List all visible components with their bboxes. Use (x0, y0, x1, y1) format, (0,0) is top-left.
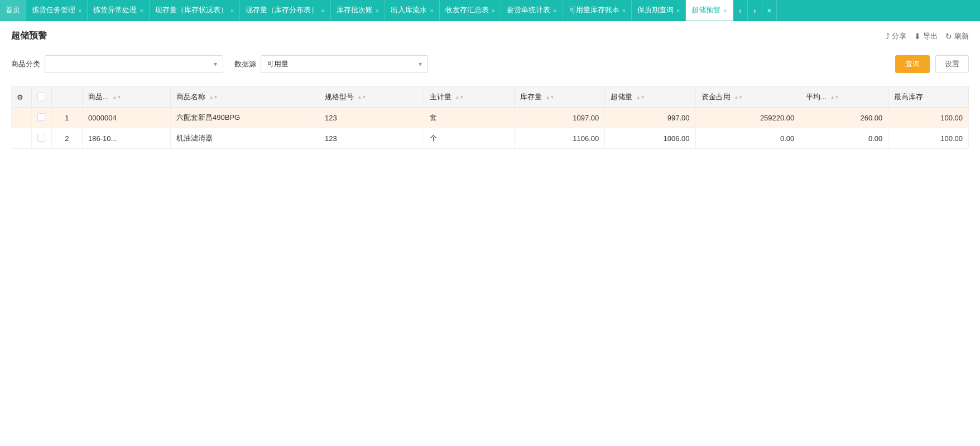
refresh-button[interactable]: ↻ 刷新 (945, 31, 969, 41)
sort-icon[interactable]: ▲▼ (455, 95, 464, 100)
share-icon: ⤴ (886, 32, 890, 41)
col-goods-name: 商品名称 ▲▼ (171, 87, 319, 108)
nav-bar: 首页 拣货任务管理 × 拣货异常处理 × 现存量（库存状况表） × 现存量（库存… (0, 0, 980, 21)
sort-icon[interactable]: ▲▼ (734, 95, 743, 100)
row-capital: 0.00 (695, 128, 800, 149)
col-capital: 资金占用 ▲▼ (695, 87, 800, 108)
category-filter-group: 商品分类 ▾ (11, 55, 223, 73)
row-spec: 123 (319, 128, 424, 149)
nav-item-batch[interactable]: 库存批次账 × (331, 0, 385, 21)
datasource-select[interactable]: 可用量 ▾ (261, 55, 428, 73)
row-avg: 0.00 (800, 128, 888, 149)
row-overstock: 1006.00 (605, 128, 695, 149)
row-number: 2 (51, 128, 83, 149)
data-table: ⚙ 商品... ▲▼ 商品名称 ▲▼ 规格型号 ▲▼ (11, 86, 969, 149)
nav-item-overstock[interactable]: 超储预警 × (686, 0, 733, 21)
row-stock: 1097.00 (515, 108, 605, 128)
nav-prev-arrow[interactable]: ‹ (733, 0, 748, 21)
row-unit: 套 (424, 108, 514, 128)
close-icon[interactable]: × (140, 7, 143, 14)
col-stock: 库存量 ▲▼ (515, 87, 605, 108)
datasource-label: 数据源 (234, 59, 256, 69)
row-checkbox[interactable] (37, 134, 45, 142)
close-icon[interactable]: × (622, 7, 626, 14)
nav-next-arrow[interactable]: › (748, 0, 762, 21)
close-icon[interactable]: × (78, 7, 81, 14)
col-checkbox (31, 87, 51, 108)
close-icon[interactable]: × (723, 7, 727, 14)
category-label: 商品分类 (11, 59, 40, 69)
row-settings (11, 128, 31, 149)
close-icon[interactable]: × (230, 7, 234, 14)
col-goods-code: 商品... ▲▼ (83, 87, 171, 108)
sort-icon[interactable]: ▲▼ (358, 95, 367, 100)
nav-close-arrow[interactable]: × (762, 0, 777, 21)
filter-row: 商品分类 ▾ 数据源 可用量 ▾ 查询 设置 (11, 50, 969, 79)
row-goods-name: 机油滤清器 (171, 128, 319, 149)
col-maxstock: 最高库存 (888, 87, 969, 108)
nav-item-avail-stock[interactable]: 可用量库存账本 × (563, 0, 632, 21)
sort-icon[interactable]: ▲▼ (113, 95, 122, 100)
header-actions: ⤴ 分享 ⬇ 导出 ↻ 刷新 (886, 31, 969, 41)
settings-button[interactable]: 设置 (935, 55, 969, 73)
row-settings (11, 108, 31, 128)
header-checkbox[interactable] (37, 93, 45, 100)
nav-item-expiry[interactable]: 保质期查询 × (632, 0, 686, 21)
nav-item-abnormal[interactable]: 拣货异常处理 × (88, 0, 149, 21)
col-rownum (51, 87, 83, 108)
table-row: 2 186-10... 机油滤清器 123 个 1106.00 1006.00 … (11, 128, 969, 149)
close-icon[interactable]: × (321, 7, 324, 14)
row-goods-code: 186-10... (83, 128, 171, 149)
export-button[interactable]: ⬇ 导出 (914, 31, 938, 41)
close-icon[interactable]: × (376, 7, 379, 14)
nav-item-recv-send[interactable]: 收发存汇总表 × (440, 0, 501, 21)
row-checkbox-cell (31, 128, 51, 149)
col-overstock: 超储量 ▲▼ (605, 87, 695, 108)
chevron-down-icon: ▾ (214, 60, 217, 68)
row-stock: 1106.00 (515, 128, 605, 149)
row-goods-code: 0000004 (83, 108, 171, 128)
row-checkbox-cell (31, 108, 51, 128)
settings-icon[interactable]: ⚙ (17, 93, 23, 101)
row-checkbox[interactable] (37, 113, 45, 121)
close-icon[interactable]: × (676, 7, 680, 14)
table-header-row: ⚙ 商品... ▲▼ 商品名称 ▲▼ 规格型号 ▲▼ (11, 87, 969, 108)
share-button[interactable]: ⤴ 分享 (886, 31, 906, 41)
nav-item-task-mgmt[interactable]: 拣货任务管理 × (26, 0, 88, 21)
page-header: 超储预警 ⤴ 分享 ⬇ 导出 ↻ 刷新 (11, 30, 969, 42)
sort-icon[interactable]: ▲▼ (636, 95, 645, 100)
refresh-icon: ↻ (945, 32, 952, 41)
nav-item-order-stat[interactable]: 要货单统计表 × (501, 0, 563, 21)
row-overstock: 997.00 (605, 108, 695, 128)
nav-item-inout-flow[interactable]: 出入库流水 × (385, 0, 439, 21)
nav-item-stock-status[interactable]: 现存量（库存状况表） × (150, 0, 240, 21)
nav-item-stock-dist[interactable]: 现存量（库存分布表） × (240, 0, 330, 21)
datasource-value: 可用量 (267, 59, 289, 69)
row-spec: 123 (319, 108, 424, 128)
row-unit: 个 (424, 128, 514, 149)
page-content: 超储预警 ⤴ 分享 ⬇ 导出 ↻ 刷新 商品分类 ▾ 数据源 (0, 21, 980, 446)
row-maxstock: 100.00 (888, 128, 969, 149)
chevron-down-icon: ▾ (419, 60, 422, 68)
sort-icon[interactable]: ▲▼ (830, 95, 839, 100)
row-maxstock: 100.00 (888, 108, 969, 128)
col-spec: 规格型号 ▲▼ (319, 87, 424, 108)
col-settings: ⚙ (11, 87, 31, 108)
table-row: 1 0000004 六配套新昌490BPG 123 套 1097.00 997.… (11, 108, 969, 128)
page-title: 超储预警 (11, 30, 47, 42)
row-number: 1 (51, 108, 83, 128)
col-unit: 主计量 ▲▼ (424, 87, 514, 108)
query-button[interactable]: 查询 (895, 55, 930, 73)
sort-icon[interactable]: ▲▼ (209, 95, 218, 100)
close-icon[interactable]: × (492, 7, 495, 14)
category-select[interactable]: ▾ (45, 55, 223, 73)
close-icon[interactable]: × (430, 7, 433, 14)
close-icon[interactable]: × (553, 7, 556, 14)
row-goods-name: 六配套新昌490BPG (171, 108, 319, 128)
datasource-filter-group: 数据源 可用量 ▾ (234, 55, 428, 73)
export-icon: ⬇ (914, 32, 921, 41)
row-capital: 259220.00 (695, 108, 800, 128)
sort-icon[interactable]: ▲▼ (546, 95, 555, 100)
nav-item-home[interactable]: 首页 (0, 0, 26, 21)
row-avg: 260.00 (800, 108, 888, 128)
